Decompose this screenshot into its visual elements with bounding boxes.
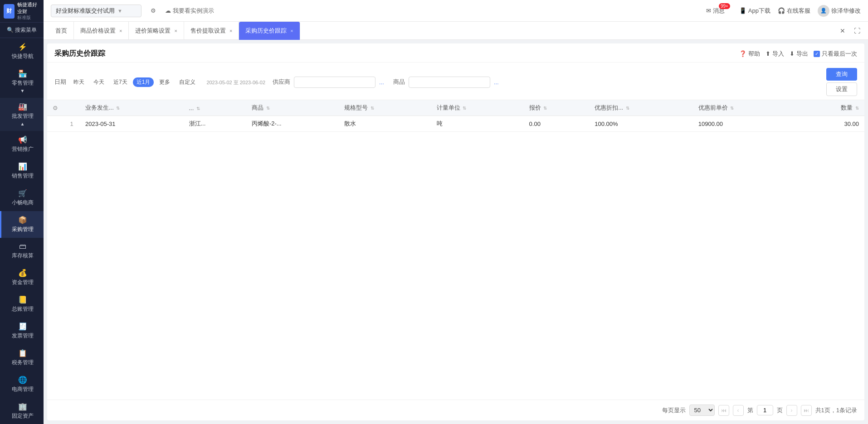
sidebar-item-invoice[interactable]: 🧾 发票管理 (0, 318, 44, 344)
date-option-today[interactable]: 今天 (90, 77, 108, 87)
col-date-label: 业务发生... (85, 104, 114, 111)
import-btn[interactable]: ⬆ 导入 (766, 50, 784, 58)
ledger-icon: 📒 (18, 295, 27, 304)
col-unit-sort-icon: ⇅ (463, 106, 466, 111)
sidebar-item-marketing[interactable]: 📢 营销推广 (0, 131, 44, 158)
supplier-ellipsis-btn[interactable]: ... (377, 78, 386, 87)
quick-nav-icon: ⚡ (18, 43, 27, 51)
col-header-unit[interactable]: 计量单位 ⇅ (431, 100, 524, 116)
sidebar-logo: 财 畅捷通好业财 标准版 (0, 0, 44, 23)
sidebar-item-assets[interactable]: 🏢 固定资产 (0, 398, 44, 424)
col-header-discount[interactable]: 优惠折扣... ⇅ (589, 100, 693, 116)
pagination-last-btn[interactable]: ⏭ (801, 405, 812, 416)
tab-price-settings-close[interactable]: × (119, 28, 122, 34)
data-table: ⚙ 业务发生... ⇅ ... ⇅ 商品 ⇅ (47, 100, 864, 132)
table-header-row: ⚙ 业务发生... ⇅ ... ⇅ 商品 ⇅ (47, 100, 864, 116)
help-icon: ❓ (739, 50, 746, 57)
tab-purchase-history-label: 采购历史价跟踪 (245, 27, 287, 35)
page-number-input[interactable] (757, 405, 773, 415)
col-header-more[interactable]: ... ⇅ (184, 100, 246, 116)
purchase-icon: 📦 (18, 216, 27, 224)
sidebar-item-ecom[interactable]: 🌐 电商管理 (0, 371, 44, 398)
col-header-spec[interactable]: 规格型号 ⇅ (339, 100, 431, 116)
goods-ellipsis-btn[interactable]: ... (492, 78, 501, 87)
only-last-checkbox[interactable]: ✓ 只看最后一次 (814, 50, 857, 58)
avatar-icon: 👤 (820, 8, 827, 14)
tab-sale-price[interactable]: 售价提取设置 × (184, 22, 239, 40)
sidebar-search[interactable]: 🔍 搜索菜单 (0, 23, 44, 38)
row-unit-cell: 吨 (431, 116, 524, 132)
col-spec-label: 规格型号 (344, 104, 368, 111)
query-btn[interactable]: 查询 (826, 68, 857, 81)
app-download-btn[interactable]: 📱 App下载 (739, 7, 770, 15)
wholesale-expand-icon: ▲ (20, 121, 25, 126)
col-more-sort-icon: ⇅ (196, 106, 200, 111)
tab-price-settings[interactable]: 商品价格设置 × (74, 22, 129, 40)
messages-btn[interactable]: ✉ 消息 99+ (706, 7, 725, 15)
settings-gear-icon: ⚙ (151, 7, 156, 14)
quick-nav-label: 快捷导航 (12, 53, 34, 60)
sidebar-item-ledger[interactable]: 📒 总账管理 (0, 291, 44, 318)
sidebar-item-sales[interactable]: 📊 销售管理 (0, 158, 44, 184)
date-option-more[interactable]: 更多 (156, 77, 174, 87)
sidebar-item-ecom-small[interactable]: 🛒 小畅电商 (0, 184, 44, 211)
goods-input[interactable] (409, 77, 490, 88)
user-profile-btn[interactable]: 👤 徐泽华修改 (818, 5, 861, 17)
row-supplier-cell: 浙江... (184, 116, 246, 132)
date-option-yesterday[interactable]: 昨天 (70, 77, 88, 87)
date-range-display: 2023-05-02 至 2023-06-02 (206, 78, 265, 86)
sidebar-item-inventory[interactable]: 🗃 库存核算 (0, 238, 44, 264)
tab-purchase-strategy-close[interactable]: × (174, 28, 177, 34)
ecom-icon: 🌐 (18, 376, 27, 384)
date-option-last7[interactable]: 近7天 (110, 77, 131, 87)
export-btn[interactable]: ⬇ 导出 (790, 50, 808, 58)
date-option-last1m[interactable]: 近1月 (133, 77, 154, 87)
supplier-input-group: ... (294, 77, 386, 88)
pagination-next-btn[interactable]: › (786, 405, 797, 416)
col-header-quote[interactable]: 报价 ⇅ (524, 100, 590, 116)
tab-home[interactable]: 首页 (49, 22, 74, 40)
sidebar-quick-nav[interactable]: ⚡ 快捷导航 (0, 38, 44, 65)
row-gear-cell[interactable] (47, 116, 63, 132)
date-option-custom[interactable]: 自定义 (176, 77, 199, 87)
content-area: 采购历史价跟踪 ❓ 帮助 ⬆ 导入 ⬇ 导出 ✓ 只看最后一次 (47, 43, 864, 420)
tab-price-settings-label: 商品价格设置 (80, 27, 116, 35)
version-select[interactable]: 好业财标准版交付试用 ▼ (51, 5, 141, 17)
per-page-select[interactable]: 50 100 200 (689, 405, 715, 416)
sidebar-item-wholesale[interactable]: 🏭 批发管理 ▲ (0, 98, 44, 131)
col-goods-sort-icon: ⇅ (266, 106, 270, 111)
tab-purchase-history-close[interactable]: × (290, 28, 293, 34)
tab-minimize-btn[interactable]: ✕ (837, 25, 848, 36)
demo-btn[interactable]: ☁ 我要看实例演示 (165, 7, 214, 15)
sidebar-item-purchase[interactable]: 📦 采购管理 (0, 211, 44, 238)
tab-purchase-history[interactable]: 采购历史价跟踪 × (239, 22, 300, 40)
pagination-first-btn[interactable]: ⏮ (718, 405, 729, 416)
col-header-goods[interactable]: 商品 ⇅ (246, 100, 339, 116)
topbar-settings-btn[interactable]: ⚙ (147, 5, 160, 17)
sidebar-item-tax[interactable]: 📋 税务管理 (0, 344, 44, 371)
online-service-btn[interactable]: 🎧 在线客服 (778, 7, 810, 15)
col-header-quantity[interactable]: 数量 ⇅ (799, 100, 864, 116)
sidebar-item-finance[interactable]: 💰 资金管理 (0, 264, 44, 291)
sidebar-marketing-label: 营销推广 (12, 145, 34, 153)
col-spec-sort-icon: ⇅ (371, 106, 374, 111)
help-btn[interactable]: ❓ 帮助 (739, 50, 760, 58)
pagination-prev-btn[interactable]: ‹ (733, 405, 744, 416)
col-header-gear[interactable]: ⚙ (47, 100, 63, 116)
row-pre-discount-price-cell: 10900.00 (693, 116, 799, 132)
supplier-input[interactable] (294, 77, 375, 88)
tabbar-actions: ✕ ⛶ (837, 25, 863, 36)
page-unit: 页 (777, 406, 783, 414)
tab-sale-price-close[interactable]: × (229, 28, 232, 34)
filter-settings-btn[interactable]: 设置 (826, 82, 857, 96)
sidebar-finance-label: 资金管理 (12, 279, 34, 286)
tab-maximize-btn[interactable]: ⛶ (852, 25, 863, 36)
row-discount-cell: 100.00% (589, 116, 693, 132)
tab-purchase-strategy[interactable]: 进价策略设置 × (129, 22, 184, 40)
col-header-pre-discount-price[interactable]: 优惠前单价 ⇅ (693, 100, 799, 116)
sidebar-tax-label: 税务管理 (12, 359, 34, 366)
col-header-date[interactable]: 业务发生... ⇅ (80, 100, 184, 116)
tax-icon: 📋 (18, 349, 27, 357)
sidebar-item-retail[interactable]: 🏪 零售管理 ▼ (0, 65, 44, 98)
marketing-icon: 📢 (18, 135, 27, 144)
